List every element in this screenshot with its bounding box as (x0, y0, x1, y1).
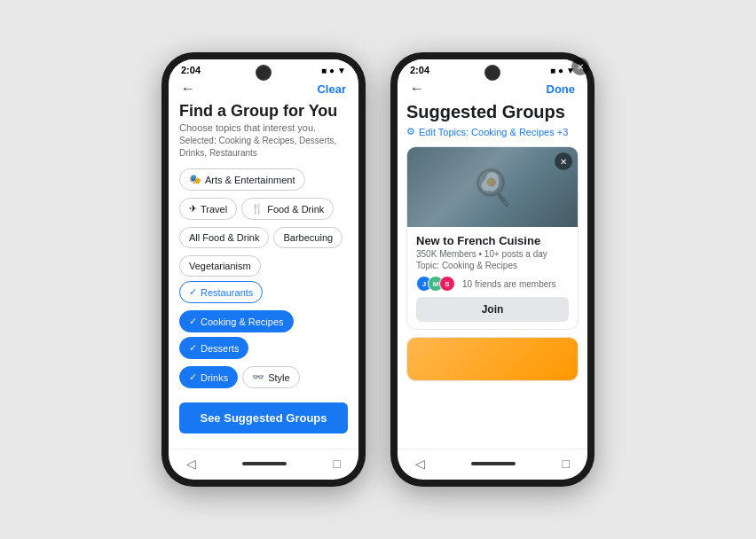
clear-button[interactable]: Clear (317, 82, 346, 96)
chip-all-food-label: All Food & Drink (189, 232, 259, 243)
phone-1: 2:04 ■ ● ▼ ← Clear Find a Group for You … (161, 52, 366, 487)
signal-icon-2: ● (558, 66, 563, 75)
square-nav-icon[interactable]: □ (334, 457, 341, 471)
page-subtitle: Choose topics that interest you. (179, 122, 348, 133)
back-nav-icon-2[interactable]: ◁ (415, 457, 425, 471)
back-nav-icon[interactable]: ◁ (186, 457, 196, 471)
chip-vegetarianism[interactable]: Vegetarianism (179, 255, 261, 277)
check-desserts-icon: ✓ (189, 342, 197, 354)
edit-topics-bar[interactable]: ⚙ Edit Topics: Cooking & Recipes +3 (406, 126, 579, 137)
chip-travel-label: Travel (201, 204, 227, 215)
bottom-nav-2: ◁ □ (398, 449, 587, 480)
food-icon: 🍴 (251, 203, 264, 215)
home-indicator-2[interactable] (471, 462, 516, 465)
signal-icon: ● (329, 66, 335, 75)
chip-arts-label: Arts & Entertainment (205, 175, 295, 185)
topic-row-1: 🎭 Arts & Entertainment (179, 168, 348, 191)
nav-bar-1: ← Clear (169, 77, 358, 102)
topic-row-6: ✓ Drinks 👓 Style (179, 366, 348, 388)
chip-bbq[interactable]: Barbecuing (273, 227, 343, 248)
status-time-2: 2:04 (410, 65, 429, 75)
group-image-2-partial: ✕ (407, 338, 578, 380)
group-image-cooking: ✕ (407, 147, 578, 227)
chip-veg-label: Vegetarianism (189, 261, 251, 271)
chip-cooking[interactable]: ✓ Cooking & Recipes (179, 310, 294, 332)
chip-cooking-label: Cooking & Recipes (201, 316, 284, 327)
check-drinks-icon: ✓ (189, 371, 197, 383)
join-button-1[interactable]: Join (416, 297, 569, 322)
square-nav-icon-2[interactable]: □ (563, 457, 570, 471)
suggested-groups-title: Suggested Groups (406, 102, 579, 122)
check-restaurants-icon: ✓ (189, 286, 197, 298)
friends-count: 10 friends are members (462, 279, 556, 289)
style-icon: 👓 (252, 371, 264, 383)
group-topic-1: Topic: Cooking & Recipes (416, 261, 569, 270)
selected-topics: Selected: Cooking & Recipes, Desserts, D… (179, 135, 348, 160)
friend-avatar-3: S (439, 276, 455, 292)
back-button-1[interactable]: ← (181, 81, 195, 97)
chip-drinks[interactable]: ✓ Drinks (179, 366, 238, 388)
chip-food-drink[interactable]: 🍴 Food & Drink (241, 198, 334, 220)
group-name-1: New to French Cuisine (416, 234, 569, 247)
gear-icon: ⚙ (406, 126, 415, 137)
chip-style-label: Style (268, 372, 289, 383)
topic-row-4: Vegetarianism ✓ Restaurants (179, 255, 348, 303)
friend-avatars: J M S (416, 276, 451, 292)
see-suggested-groups-button[interactable]: See Suggested Groups (179, 402, 348, 434)
battery-icon-2: ■ (550, 66, 555, 75)
back-button-2[interactable]: ← (410, 81, 424, 97)
status-icons-1: ■ ● ▼ (321, 66, 346, 75)
screen-content-1: Find a Group for You Choose topics that … (169, 102, 358, 449)
topic-row-3: All Food & Drink Barbecuing (179, 227, 348, 248)
screen-content-2: Suggested Groups ⚙ Edit Topics: Cooking … (398, 102, 587, 449)
status-bar-1: 2:04 ■ ● ▼ (169, 59, 358, 77)
chip-drinks-label: Drinks (201, 372, 228, 383)
bottom-nav-1: ◁ □ (169, 449, 358, 480)
nav-bar-2: ← Done (398, 77, 587, 102)
wifi-icon: ▼ (337, 66, 346, 75)
chip-travel[interactable]: ✈ Travel (179, 198, 237, 220)
group-card-1: ✕ New to French Cuisine 350K Members • 1… (406, 146, 579, 330)
phone-1-screen: 2:04 ■ ● ▼ ← Clear Find a Group for You … (169, 59, 358, 480)
arts-icon: 🎭 (189, 174, 201, 185)
status-time-1: 2:04 (181, 65, 201, 75)
page-title-1: Find a Group for You (179, 102, 348, 121)
close-group-1-button[interactable]: ✕ (555, 152, 572, 170)
chip-food-label: Food & Drink (267, 204, 324, 215)
chip-restaurants-label: Restaurants (201, 287, 253, 298)
chip-arts[interactable]: 🎭 Arts & Entertainment (179, 168, 305, 191)
chip-style[interactable]: 👓 Style (242, 366, 299, 388)
chip-desserts-label: Desserts (201, 343, 239, 354)
phone-2: 2:04 ■ ● ▼ ← Done Suggested Groups ⚙ Edi… (390, 52, 595, 487)
topic-row-2: ✈ Travel 🍴 Food & Drink (179, 198, 348, 220)
done-button[interactable]: Done (547, 82, 576, 96)
group-meta-1: 350K Members • 10+ posts a day (416, 249, 569, 259)
phone-2-screen: 2:04 ■ ● ▼ ← Done Suggested Groups ⚙ Edi… (398, 59, 587, 480)
battery-icon: ■ (321, 66, 327, 75)
status-bar-2: 2:04 ■ ● ▼ (398, 59, 587, 77)
travel-icon: ✈ (189, 203, 197, 215)
home-indicator-1[interactable] (242, 462, 287, 465)
edit-topics-label: Edit Topics: Cooking & Recipes +3 (419, 127, 568, 137)
topic-row-5: ✓ Cooking & Recipes ✓ Desserts (179, 310, 348, 359)
chip-desserts[interactable]: ✓ Desserts (179, 337, 248, 359)
chip-bbq-label: Barbecuing (283, 232, 333, 243)
phones-container: 2:04 ■ ● ▼ ← Clear Find a Group for You … (161, 52, 595, 487)
group-friends-1: J M S 10 friends are members (416, 276, 569, 292)
check-cooking-icon: ✓ (189, 316, 197, 327)
chip-all-food[interactable]: All Food & Drink (179, 227, 269, 248)
chip-restaurants[interactable]: ✓ Restaurants (179, 281, 263, 303)
group-card-2-partial: ✕ (406, 337, 579, 381)
group-info-1: New to French Cuisine 350K Members • 10+… (407, 227, 578, 329)
